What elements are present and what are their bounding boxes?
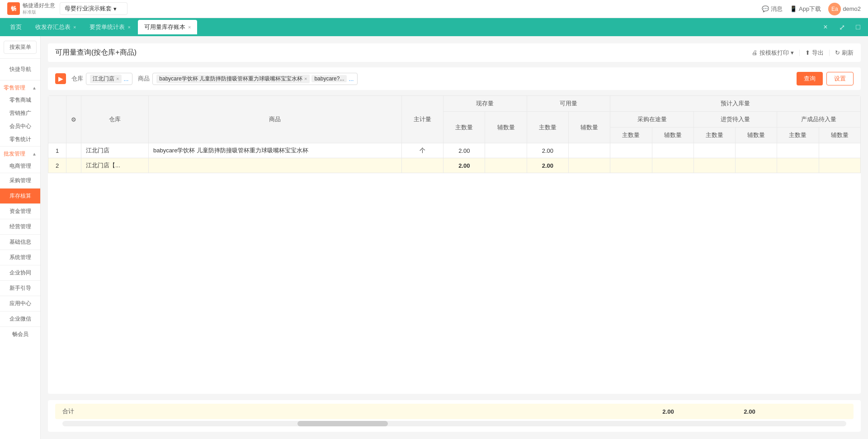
th-incoming-main: 主数量 bbox=[693, 127, 735, 143]
cell-warehouse: 江北门店 bbox=[81, 143, 149, 158]
refresh-label: 刷新 bbox=[842, 49, 854, 57]
filter-product-tag2: babycare?... bbox=[311, 75, 347, 82]
filter-bar: ▶ 仓库 江北门店 × ... 商品 babyca bbox=[48, 67, 861, 90]
filter-product: 商品 babycare学饮杯 儿童防摔防撞吸管杯重力球吸嘴杯宝宝水杯 × bab… bbox=[138, 73, 358, 85]
download-label: App下载 bbox=[799, 5, 821, 13]
th-stock-main: 主数量 bbox=[443, 112, 485, 143]
filter-product-value[interactable]: babycare学饮杯 儿童防摔防撞吸管杯重力球吸嘴杯宝宝水杯 × babyca… bbox=[152, 73, 358, 85]
sidebar-item-marketing[interactable]: 营销推广 bbox=[0, 107, 40, 120]
filter-product-tag1-text: babycare学饮杯 儿童防摔防撞吸管杯重力球吸嘴杯宝宝水杯 bbox=[159, 75, 302, 83]
store-dropdown-icon: ▾ bbox=[113, 5, 117, 12]
sidebar-item-wechat[interactable]: 企业微信 bbox=[0, 312, 40, 327]
tab-stocksummary-close[interactable]: × bbox=[73, 24, 76, 30]
subtotal-settings bbox=[66, 158, 81, 173]
subtotal-purchase-aux bbox=[652, 158, 693, 173]
export-btn[interactable]: ⬆ 导出 bbox=[805, 49, 824, 57]
sidebar-item-members[interactable]: 会员中心 bbox=[0, 120, 40, 133]
sidebar-item-system[interactable]: 系统管理 bbox=[0, 250, 40, 265]
cell-production-main bbox=[777, 143, 819, 158]
sidebar-item-inventory[interactable]: 库存核算 bbox=[0, 189, 40, 204]
template-print-btn[interactable]: 🖨 按模板打印 ▾ bbox=[752, 49, 794, 57]
cell-available-main: 2.00 bbox=[527, 143, 568, 158]
print-icon: 🖨 bbox=[752, 49, 758, 56]
main-layout: 搜索菜单 快捷导航 零售管理 ▲ 零售商城 营销推广 会员中心 零售统计 批发管… bbox=[0, 36, 868, 439]
message-action[interactable]: 💬 消息 bbox=[762, 5, 783, 13]
cell-available-aux bbox=[568, 143, 610, 158]
tab-requisition-label: 要货单统计表 bbox=[90, 23, 125, 31]
download-action[interactable]: 📱 App下载 bbox=[790, 5, 821, 13]
refresh-btn[interactable]: ↻ 刷新 bbox=[835, 49, 854, 57]
tab-stocksummary-label: 收发存汇总表 bbox=[35, 23, 71, 31]
store-name: 母婴行业演示账套 bbox=[65, 5, 112, 13]
th-available-group: 可用量 bbox=[527, 96, 610, 112]
sidebar-item-basic-info[interactable]: 基础信息 bbox=[0, 235, 40, 250]
tab-stocksummary[interactable]: 收发存汇总表 × bbox=[29, 20, 82, 34]
store-selector[interactable]: 母婴行业演示账套 ▾ bbox=[60, 2, 127, 15]
sidebar-item-ecommerce[interactable]: 电商管理 bbox=[0, 160, 40, 173]
subtotal-purchase-main bbox=[610, 158, 652, 173]
sidebar-item-retail-mall[interactable]: 零售商城 bbox=[0, 94, 40, 107]
sidebar-item-retail-stats[interactable]: 零售统计 bbox=[0, 133, 40, 146]
th-production-aux: 辅数量 bbox=[819, 127, 860, 143]
th-product: 商品 bbox=[148, 96, 401, 143]
sidebar-item-member[interactable]: 畅会员 bbox=[0, 327, 40, 342]
sidebar-item-purchase[interactable]: 采购管理 bbox=[0, 173, 40, 189]
th-production-main: 主数量 bbox=[777, 127, 819, 143]
filter-warehouse-close[interactable]: × bbox=[116, 76, 119, 81]
logo-icon: 畅 bbox=[7, 2, 20, 15]
avatar: Ea bbox=[828, 3, 841, 15]
sidebar-item-enterprise[interactable]: 企业协同 bbox=[0, 265, 40, 281]
cell-stock-aux bbox=[485, 143, 527, 158]
filter-warehouse-value[interactable]: 江北门店 × ... bbox=[86, 73, 132, 85]
template-print-label: 按模板打印 bbox=[760, 49, 789, 57]
tab-available-close[interactable]: × bbox=[188, 24, 191, 30]
cell-seq: 1 bbox=[48, 143, 66, 158]
sidebar-item-quicknav[interactable]: 快捷导航 bbox=[0, 62, 40, 76]
subtotal-warehouse: 江北门店【... bbox=[81, 158, 149, 173]
tab-close-btn[interactable]: × bbox=[819, 21, 832, 33]
scroll-bar-area[interactable] bbox=[62, 421, 846, 426]
th-available-main: 主数量 bbox=[527, 112, 568, 143]
total-label: 合计 bbox=[55, 407, 146, 415]
sidebar-item-finance[interactable]: 资金管理 bbox=[0, 204, 40, 219]
avatar-text: Ea bbox=[831, 6, 838, 12]
tab-available[interactable]: 可用量库存账本 × bbox=[138, 20, 197, 34]
tab-requisition-close[interactable]: × bbox=[127, 24, 130, 30]
th-purchase-main: 主数量 bbox=[610, 127, 652, 143]
filter-product-more[interactable]: ... bbox=[349, 76, 354, 82]
divider-2 bbox=[829, 50, 830, 56]
filter-product-tag1-close[interactable]: × bbox=[304, 76, 307, 81]
search-menu-button[interactable]: 搜索菜单 bbox=[4, 41, 37, 54]
th-incoming-aux: 辅数量 bbox=[736, 127, 777, 143]
tab-restore-btn[interactable]: ⤢ bbox=[835, 21, 848, 33]
wholesale-expand-icon: ▲ bbox=[32, 151, 37, 156]
sidebar-section-wholesale-label: 批发管理 bbox=[4, 150, 25, 158]
sidebar-nav: 快捷导航 bbox=[0, 59, 40, 80]
scroll-bar-thumb[interactable] bbox=[297, 421, 388, 426]
table-row: 1 江北门店 babycare学饮杯 儿童防摔防撞吸管杯重力球吸嘴杯宝宝水杯 个… bbox=[48, 143, 861, 158]
th-forecast-group: 预计入库量 bbox=[610, 96, 861, 112]
cell-incoming-aux bbox=[736, 143, 777, 158]
cell-purchase-main bbox=[610, 143, 652, 158]
th-stock-aux: 辅数量 bbox=[485, 112, 527, 143]
filter-warehouse-more[interactable]: ... bbox=[123, 76, 128, 82]
query-button[interactable]: 查询 bbox=[797, 72, 823, 85]
settings-icon: ⚙ bbox=[71, 116, 76, 123]
sidebar-section-wholesale-header[interactable]: 批发管理 ▲ bbox=[0, 146, 40, 160]
sidebar-section-retail-header[interactable]: 零售管理 ▲ bbox=[0, 80, 40, 94]
filter-expand-btn[interactable]: ▶ bbox=[55, 73, 66, 84]
sidebar-item-appcenter[interactable]: 应用中心 bbox=[0, 296, 40, 312]
subtotal-row: 2 江北门店【... 2.00 2.00 bbox=[48, 158, 861, 173]
settings-button[interactable]: 设置 bbox=[826, 72, 854, 85]
tab-bar-right: × ⤢ □ bbox=[819, 21, 864, 33]
tab-requisition[interactable]: 要货单统计表 × bbox=[83, 20, 137, 34]
sidebar-item-newguide[interactable]: 新手引导 bbox=[0, 281, 40, 296]
tab-home[interactable]: 首页 bbox=[4, 20, 28, 34]
print-dropdown-icon: ▾ bbox=[791, 49, 794, 56]
th-settings[interactable]: ⚙ bbox=[66, 96, 81, 143]
tab-maximize-btn[interactable]: □ bbox=[852, 21, 864, 33]
subtotal-seq: 2 bbox=[48, 158, 66, 173]
sidebar-item-operations[interactable]: 经营管理 bbox=[0, 219, 40, 235]
message-icon: 💬 bbox=[762, 5, 769, 12]
user-area[interactable]: Ea demo2 bbox=[828, 3, 861, 15]
